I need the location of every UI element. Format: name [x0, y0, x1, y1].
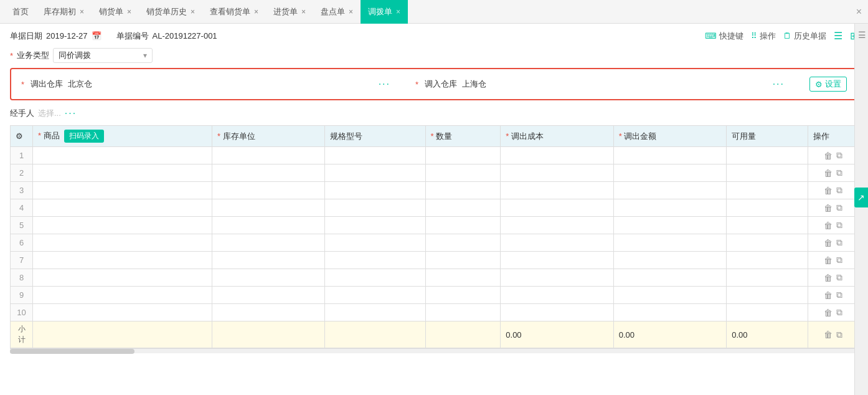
copy-icon[interactable]: ⧉ [836, 272, 842, 283]
table-row-cost[interactable] [501, 234, 613, 252]
table-row-available[interactable] [727, 217, 808, 234]
subtotal-delete-icon[interactable]: 🗑 [824, 330, 833, 340]
table-row-unit[interactable] [212, 217, 325, 234]
copy-icon[interactable]: ⧉ [836, 168, 842, 178]
table-row-unit[interactable] [212, 164, 325, 182]
scroll-thumb[interactable] [10, 349, 134, 354]
table-row-available[interactable] [727, 147, 808, 164]
table-row-goods[interactable] [33, 269, 212, 287]
table-row-cost[interactable] [501, 147, 613, 164]
expand-button[interactable]: ↗ [854, 188, 868, 207]
delete-icon[interactable]: 🗑 [824, 151, 833, 161]
table-row-qty[interactable] [425, 304, 501, 321]
tab-home[interactable]: 首页 [5, 0, 36, 24]
table-row-amount[interactable] [613, 182, 726, 199]
tab-transfer[interactable]: 调拨单 × [361, 0, 408, 24]
delete-icon[interactable]: 🗑 [824, 255, 833, 265]
person-select[interactable]: 选择... [38, 108, 61, 119]
table-row-qty[interactable] [425, 182, 501, 199]
table-row-unit[interactable] [212, 234, 325, 252]
table-row-cost[interactable] [501, 199, 613, 217]
table-row-amount[interactable] [613, 147, 726, 164]
table-row-cost[interactable] [501, 287, 613, 304]
table-row-unit[interactable] [212, 182, 325, 199]
tab-purchase-close[interactable]: × [301, 7, 306, 16]
delete-icon[interactable]: 🗑 [824, 238, 833, 248]
table-row-goods[interactable] [33, 147, 212, 164]
subtotal-copy-icon[interactable]: ⧉ [836, 330, 842, 340]
table-row-goods[interactable] [33, 182, 212, 199]
table-row-spec[interactable] [325, 182, 425, 199]
table-row-available[interactable] [727, 287, 808, 304]
copy-icon[interactable]: ⧉ [836, 237, 842, 248]
in-warehouse-more-button[interactable]: ··· [773, 79, 785, 90]
tab-view-sales-close[interactable]: × [254, 7, 258, 16]
horizontal-scrollbar[interactable] [10, 348, 858, 353]
table-row-unit[interactable] [212, 147, 325, 164]
table-row-available[interactable] [727, 182, 808, 199]
copy-icon[interactable]: ⧉ [836, 290, 842, 300]
delete-icon[interactable]: 🗑 [824, 273, 833, 283]
shortcuts-button[interactable]: ⌨ 快捷键 [705, 31, 743, 42]
tab-transfer-close[interactable]: × [396, 7, 400, 16]
tab-sales-order-close[interactable]: × [127, 7, 131, 16]
table-row-spec[interactable] [325, 269, 425, 287]
table-row-goods[interactable] [33, 304, 212, 321]
table-row-available[interactable] [727, 234, 808, 252]
copy-icon[interactable]: ⧉ [836, 202, 842, 213]
table-row-qty[interactable] [425, 269, 501, 287]
table-row-unit[interactable] [212, 304, 325, 321]
tab-sales-order[interactable]: 销货单 × [92, 0, 139, 24]
person-more-button[interactable]: ··· [65, 108, 77, 119]
table-row-cost[interactable] [501, 269, 613, 287]
table-row-amount[interactable] [613, 287, 726, 304]
table-row-spec[interactable] [325, 304, 425, 321]
table-row-qty[interactable] [425, 147, 501, 164]
table-row-cost[interactable] [501, 304, 613, 321]
copy-icon[interactable]: ⧉ [836, 150, 842, 161]
delete-icon[interactable]: 🗑 [824, 290, 833, 300]
table-row-qty[interactable] [425, 234, 501, 252]
tab-purchase[interactable]: 进货单 × [266, 0, 313, 24]
table-row-qty[interactable] [425, 217, 501, 234]
delete-icon[interactable]: 🗑 [824, 203, 833, 213]
table-row-qty[interactable] [425, 252, 501, 269]
biz-type-select[interactable]: 同价调拨 ▾ [53, 48, 153, 63]
table-row-spec[interactable] [325, 164, 425, 182]
th-settings[interactable]: ⚙ [11, 126, 33, 147]
table-row-available[interactable] [727, 252, 808, 269]
tab-view-sales[interactable]: 查看销货单 × [202, 0, 266, 24]
table-row-unit[interactable] [212, 199, 325, 217]
table-row-goods[interactable] [33, 287, 212, 304]
delete-icon[interactable]: 🗑 [824, 221, 833, 231]
table-row-amount[interactable] [613, 269, 726, 287]
table-row-cost[interactable] [501, 182, 613, 199]
out-warehouse-more-button[interactable]: ··· [379, 79, 390, 90]
table-row-available[interactable] [727, 199, 808, 217]
table-row-qty[interactable] [425, 287, 501, 304]
copy-icon[interactable]: ⧉ [836, 220, 842, 231]
section-settings-button[interactable]: ⚙ 设置 [809, 77, 847, 92]
table-row-goods[interactable] [33, 164, 212, 182]
table-row-spec[interactable] [325, 147, 425, 164]
delete-icon[interactable]: 🗑 [824, 168, 833, 178]
table-row-amount[interactable] [613, 234, 726, 252]
table-row-spec[interactable] [325, 199, 425, 217]
table-row-amount[interactable] [613, 304, 726, 321]
delete-icon[interactable]: 🗑 [824, 308, 833, 318]
table-row-spec[interactable] [325, 217, 425, 234]
table-row-spec[interactable] [325, 252, 425, 269]
table-row-cost[interactable] [501, 217, 613, 234]
table-row-amount[interactable] [613, 217, 726, 234]
table-row-unit[interactable] [212, 252, 325, 269]
ops-button[interactable]: ⠿ 操作 [751, 31, 776, 42]
table-row-qty[interactable] [425, 199, 501, 217]
table-row-amount[interactable] [613, 199, 726, 217]
table-row-available[interactable] [727, 304, 808, 321]
window-close-button[interactable]: × [856, 6, 862, 17]
copy-icon[interactable]: ⧉ [836, 307, 842, 318]
history-button[interactable]: 🗒 历史单据 [783, 31, 826, 42]
table-row-amount[interactable] [613, 164, 726, 182]
table-row-spec[interactable] [325, 287, 425, 304]
table-row-available[interactable] [727, 164, 808, 182]
